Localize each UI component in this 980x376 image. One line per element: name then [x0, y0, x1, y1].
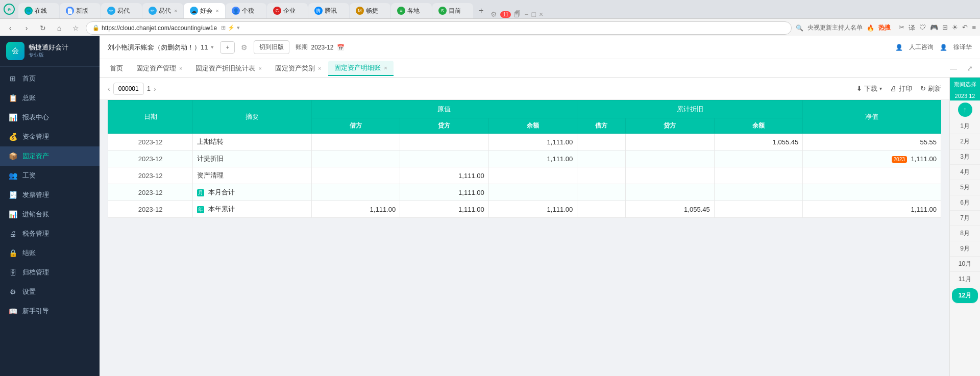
- cell-accum-credit-0: [626, 134, 715, 151]
- tab-settings-icon[interactable]: ⚙: [491, 10, 497, 18]
- settings-topbar-icon[interactable]: ⚙: [241, 43, 248, 52]
- scissors-icon[interactable]: ✂: [899, 23, 904, 33]
- tab-close-haokuai[interactable]: ×: [215, 8, 218, 14]
- tab-online[interactable]: 🌐 在线: [18, 3, 59, 18]
- dropdown-icon[interactable]: ▾: [237, 24, 240, 31]
- hot-icon: 🔥: [867, 24, 874, 32]
- page-tab-category[interactable]: 固定资产类别 ×: [269, 61, 327, 76]
- home-button[interactable]: ⌂: [53, 22, 65, 34]
- period-item-jun[interactable]: 6月: [950, 195, 980, 211]
- forward-button[interactable]: ›: [20, 22, 33, 34]
- close-window-icon[interactable]: ×: [539, 10, 543, 18]
- cell-orig-balance-4: 1,111.00: [488, 201, 577, 218]
- page-tab-close-detail-ledger[interactable]: ×: [384, 65, 387, 71]
- sidebar-item-tax-mgmt[interactable]: 🖨 税务管理: [0, 224, 100, 243]
- period-item-aug[interactable]: 8月: [950, 226, 980, 241]
- maximize-panel-icon[interactable]: ⤢: [964, 62, 976, 74]
- tab-yidai2[interactable]: ✏ 易代 ×: [142, 3, 183, 18]
- history-icon[interactable]: ↶: [962, 23, 968, 33]
- period-sidebar: 期间选择 2023.12 ↑ 1月 2月 3月 4月 5月 6月 7月 8月 9…: [949, 78, 980, 376]
- period-item-apr[interactable]: 4月: [950, 165, 980, 180]
- tab-label-mubiao: 目前: [449, 7, 461, 15]
- period-up-button[interactable]: ↑: [958, 103, 972, 117]
- game-icon[interactable]: 🎮: [930, 23, 938, 33]
- page-tab-fixed-asset-mgmt[interactable]: 固定资产管理 ×: [130, 61, 188, 76]
- dropdown-company-icon[interactable]: ▾: [211, 44, 214, 51]
- tab-haokuai[interactable]: ☁ 好会 ×: [184, 3, 225, 18]
- download-button[interactable]: ⬇ 下载 ▾: [856, 84, 882, 93]
- tab-geshui[interactable]: 👤 个税: [226, 3, 266, 18]
- tab-gedi[interactable]: ≡ 各地: [391, 3, 432, 18]
- extension-icon-1[interactable]: ⊞: [221, 24, 226, 31]
- tab-icon-haokuai: ☁: [190, 7, 198, 15]
- tab-badge[interactable]: 11: [500, 11, 511, 18]
- grid-icon[interactable]: ⊞: [942, 23, 948, 33]
- user-avatar-icon[interactable]: 👤: [940, 44, 947, 51]
- print-button[interactable]: 🖨 打印: [890, 84, 912, 93]
- sidebar-item-invoice-mgmt[interactable]: 🧾 发票管理: [0, 185, 100, 205]
- period-item-nov[interactable]: 11月: [950, 272, 980, 287]
- period-item-jul[interactable]: 7月: [950, 211, 980, 226]
- print-label: 打印: [899, 84, 912, 93]
- prev-page-button[interactable]: ‹: [108, 85, 110, 93]
- page-tab-close-category[interactable]: ×: [318, 65, 321, 71]
- period-item-sep[interactable]: 9月: [950, 241, 980, 257]
- calendar-icon[interactable]: 📅: [337, 44, 345, 51]
- back-button[interactable]: ‹: [4, 22, 16, 34]
- sidebar-item-settings[interactable]: ⚙ 设置: [0, 282, 100, 302]
- minimize-panel-icon[interactable]: —: [947, 62, 960, 74]
- page-tab-home[interactable]: 首页: [104, 61, 129, 76]
- add-company-button[interactable]: +: [220, 41, 235, 54]
- cell-summary-1: 计提折旧: [193, 151, 312, 167]
- next-page-button[interactable]: ›: [154, 85, 156, 93]
- cell-orig-balance-3: [488, 184, 577, 201]
- cell-orig-credit-2: 1,111.00: [400, 167, 489, 184]
- translate-icon[interactable]: 译: [909, 23, 915, 33]
- maximize-icon[interactable]: □: [532, 10, 536, 18]
- search-text: 央视更新主持人名单: [807, 23, 863, 32]
- page-tab-detail-ledger[interactable]: 固定资产明细账 ×: [328, 61, 393, 76]
- new-tab-button[interactable]: +: [474, 3, 488, 18]
- more-icon[interactable]: ≡: [972, 23, 976, 33]
- sidebar-item-home[interactable]: ⊞ 首页: [0, 69, 100, 88]
- tab-yidai1[interactable]: ✏ 易代: [101, 3, 142, 18]
- cell-accum-credit-3: [626, 184, 715, 201]
- refresh-button[interactable]: ↻: [37, 22, 49, 34]
- tab-close-yidai2[interactable]: ×: [174, 8, 177, 14]
- sidebar-item-fixed-assets[interactable]: 📦 固定资产: [0, 146, 100, 166]
- page-code-input[interactable]: [113, 83, 144, 95]
- sidebar-item-payroll[interactable]: 👥 工资: [0, 166, 100, 185]
- help-icon[interactable]: 👤: [895, 44, 903, 51]
- page-tab-depreciation[interactable]: 固定资产折旧统计表 ×: [189, 61, 267, 76]
- sidebar-item-reports[interactable]: 📊 报表中心: [0, 108, 100, 127]
- tab-tencent[interactable]: 腾 腾讯: [308, 3, 349, 18]
- restore-window-icon[interactable]: 🗐: [514, 10, 521, 18]
- extension-icon-2[interactable]: ⚡: [228, 24, 235, 31]
- refresh-button[interactable]: ↻ 刷新: [920, 84, 941, 93]
- shield-icon[interactable]: 🛡: [919, 23, 926, 33]
- period-item-oct[interactable]: 10月: [950, 257, 980, 272]
- address-bar[interactable]: 🔒 https://cloud.chanjet.com/accounting/u…: [86, 21, 792, 35]
- bookmark-button[interactable]: ☆: [69, 22, 82, 34]
- tab-qiye[interactable]: C 企业: [267, 3, 308, 18]
- period-item-may[interactable]: 5月: [950, 180, 980, 195]
- tab-mubiao[interactable]: S 目前: [432, 3, 473, 18]
- page-tab-close-fixed-asset-mgmt[interactable]: ×: [179, 65, 182, 71]
- sidebar-item-general-ledger[interactable]: 📋 总账: [0, 88, 100, 108]
- period-item-feb[interactable]: 2月: [950, 134, 980, 149]
- minimize-icon[interactable]: −: [524, 10, 528, 18]
- help-label[interactable]: 人工咨询: [909, 43, 934, 52]
- switch-old-version-button[interactable]: 切到旧版: [254, 40, 289, 54]
- period-item-mar[interactable]: 3月: [950, 149, 980, 165]
- sidebar-item-guide[interactable]: 📖 新手引导: [0, 302, 100, 321]
- tab-new-version[interactable]: 📄 新版: [60, 3, 101, 18]
- sidebar-item-purchase-sales[interactable]: 📊 进销台账: [0, 205, 100, 224]
- page-tab-close-depreciation[interactable]: ×: [258, 65, 261, 71]
- brightness-icon[interactable]: ☀: [952, 23, 958, 33]
- sidebar-item-archive[interactable]: 🗄 归档管理: [0, 263, 100, 282]
- period-item-dec[interactable]: 12月: [952, 288, 978, 304]
- sidebar-item-fund-mgmt[interactable]: 💰 资金管理: [0, 127, 100, 146]
- sidebar-item-closing[interactable]: 🔒 结账: [0, 243, 100, 263]
- period-item-jan[interactable]: 1月: [950, 119, 980, 134]
- tab-changjie[interactable]: M 畅捷: [350, 3, 390, 18]
